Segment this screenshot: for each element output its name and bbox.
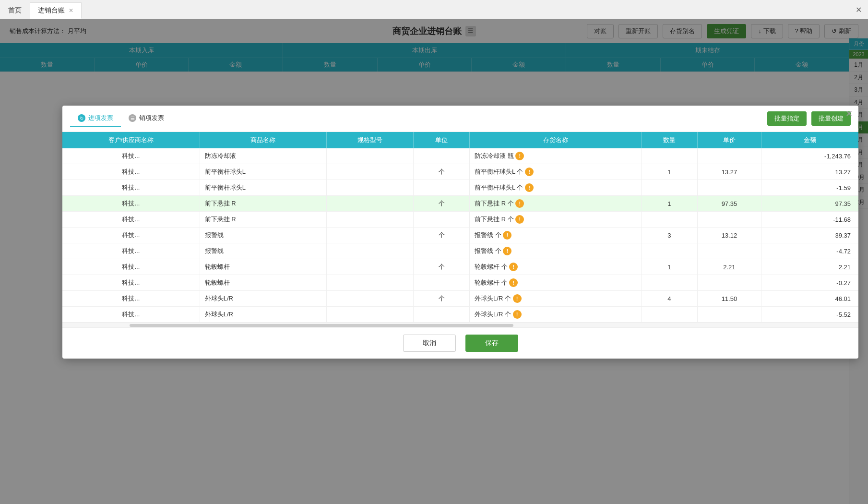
tab-ledger[interactable]: 进销台账 ✕ (30, 2, 82, 19)
cell-supplier: 科技... (62, 164, 200, 180)
cell-product: 报警线 (200, 243, 326, 259)
table-row: 科技... 前下悬挂 R 个 前下悬挂 R 个 ! 1 97.35 97.35 (62, 196, 858, 212)
window-close-button[interactable]: ✕ (849, 0, 868, 19)
cell-unit (414, 212, 470, 228)
modal-table-wrap[interactable]: 客户/供应商名称 商品名称 规格型号 单位 存货名称 数量 单价 金额 科技..… (62, 132, 858, 323)
cell-product: 报警线 (200, 228, 326, 243)
warning-icon: ! (513, 310, 522, 319)
cell-supplier: 科技... (62, 180, 200, 196)
cell-spec (326, 291, 413, 307)
modal-tab-purchase[interactable]: ↻ 进项发票 (70, 110, 121, 127)
cell-product: 前下悬挂 R (200, 196, 326, 212)
table-row: 科技... 报警线 报警线 个 ! -4.72 (62, 243, 858, 259)
cell-unit-price (697, 307, 761, 323)
cell-inventory: 报警线 个 ! (470, 243, 642, 259)
cell-inventory: 前平衡杆球头L 个 ! (470, 180, 642, 196)
cell-product: 外球头L/R (200, 307, 326, 323)
cell-amount: 46.01 (761, 291, 858, 307)
cell-unit-price: 13.12 (697, 228, 761, 243)
cell-amount: -0.27 (761, 275, 858, 291)
cell-quantity: 1 (642, 196, 698, 212)
tab-home-label: 首页 (8, 6, 22, 15)
cell-unit: 个 (414, 291, 470, 307)
warning-icon: ! (509, 278, 518, 287)
cell-unit: 个 (414, 164, 470, 180)
cell-spec (326, 196, 413, 212)
warning-icon: ! (515, 199, 524, 208)
table-row: 科技... 轮毂螺杆 个 轮毂螺杆 个 ! 1 2.21 2.21 (62, 259, 858, 275)
cell-product: 前平衡杆球头L (200, 180, 326, 196)
th-product: 商品名称 (200, 132, 326, 148)
cell-spec (326, 228, 413, 243)
table-row: 科技... 外球头L/R 个 外球头L/R 个 ! 4 11.50 46.01 (62, 291, 858, 307)
cell-supplier: 科技... (62, 275, 200, 291)
table-row: 科技... 报警线 个 报警线 个 ! 3 13.12 39.37 (62, 228, 858, 243)
batch-assign-button[interactable]: 批量指定 (767, 111, 807, 126)
cell-spec (326, 259, 413, 275)
cell-unit: 个 (414, 259, 470, 275)
modal-footer: 取消 保存 (62, 327, 858, 359)
cell-quantity (642, 243, 698, 259)
modal-dialog: ↻ 进项发票 ☰ 销项发票 批量指定 批量创建 ✕ 客户/供应商名称 商品名称 (62, 106, 858, 359)
cell-unit-price (697, 243, 761, 259)
cell-quantity: 3 (642, 228, 698, 243)
cell-product: 轮毂螺杆 (200, 275, 326, 291)
modal-horizontal-scrollbar[interactable] (62, 323, 858, 327)
cell-inventory: 前平衡杆球头L 个 ! (470, 164, 642, 180)
cell-quantity: 1 (642, 164, 698, 180)
cell-unit-price (697, 275, 761, 291)
table-row: 科技... 轮毂螺杆 轮毂螺杆 个 ! -0.27 (62, 275, 858, 291)
cell-supplier: 科技... (62, 196, 200, 212)
modal-scrollbar-thumb[interactable] (130, 324, 513, 327)
cell-supplier: 科技... (62, 148, 200, 164)
cell-inventory: 防冻冷却液 瓶 ! (470, 148, 642, 164)
window-close-icon: ✕ (856, 5, 862, 14)
tab-home[interactable]: 首页 (0, 2, 30, 19)
cell-product: 轮毂螺杆 (200, 259, 326, 275)
modal-tab-sales[interactable]: ☰ 销项发票 (121, 110, 172, 127)
sales-tab-icon: ☰ (129, 114, 136, 122)
cell-spec (326, 148, 413, 164)
th-unit-price: 单价 (697, 132, 761, 148)
cell-supplier: 科技... (62, 259, 200, 275)
cell-quantity (642, 275, 698, 291)
cell-unit-price (697, 180, 761, 196)
cancel-button[interactable]: 取消 (403, 335, 456, 352)
cell-spec (326, 243, 413, 259)
cell-product: 防冻冷却液 (200, 148, 326, 164)
cell-amount: -4.72 (761, 243, 858, 259)
save-button[interactable]: 保存 (465, 335, 518, 352)
cell-amount: 39.37 (761, 228, 858, 243)
modal-invoice-table: 客户/供应商名称 商品名称 规格型号 单位 存货名称 数量 单价 金额 科技..… (62, 132, 858, 323)
cell-supplier: 科技... (62, 291, 200, 307)
cell-amount: 13.27 (761, 164, 858, 180)
cell-supplier: 科技... (62, 307, 200, 323)
cell-unit (414, 180, 470, 196)
warning-icon: ! (513, 294, 522, 303)
cell-unit-price: 11.50 (697, 291, 761, 307)
cell-product: 前下悬挂 R (200, 212, 326, 228)
warning-icon: ! (515, 215, 524, 224)
cell-unit-price (697, 212, 761, 228)
cell-supplier: 科技... (62, 228, 200, 243)
tab-ledger-close[interactable]: ✕ (69, 7, 73, 14)
cell-spec (326, 307, 413, 323)
table-row: 科技... 前下悬挂 R 前下悬挂 R 个 ! -11.68 (62, 212, 858, 228)
table-row: 科技... 前平衡杆球头L 前平衡杆球头L 个 ! -1.59 (62, 180, 858, 196)
cell-inventory: 报警线 个 ! (470, 228, 642, 243)
cell-quantity (642, 212, 698, 228)
th-quantity: 数量 (642, 132, 698, 148)
cell-inventory: 轮毂螺杆 个 ! (470, 275, 642, 291)
purchase-tab-label: 进项发票 (88, 114, 113, 122)
th-amount: 金额 (761, 132, 858, 148)
cell-unit-price: 97.35 (697, 196, 761, 212)
modal-close-button[interactable]: ✕ (845, 109, 853, 118)
th-supplier: 客户/供应商名称 (62, 132, 200, 148)
batch-create-button[interactable]: 批量创建 (811, 111, 851, 126)
cell-inventory: 外球头L/R 个 ! (470, 291, 642, 307)
cell-inventory: 前下悬挂 R 个 ! (470, 212, 642, 228)
warning-icon: ! (515, 152, 524, 160)
cell-unit-price: 13.27 (697, 164, 761, 180)
cell-unit (414, 243, 470, 259)
th-unit: 单位 (414, 132, 470, 148)
